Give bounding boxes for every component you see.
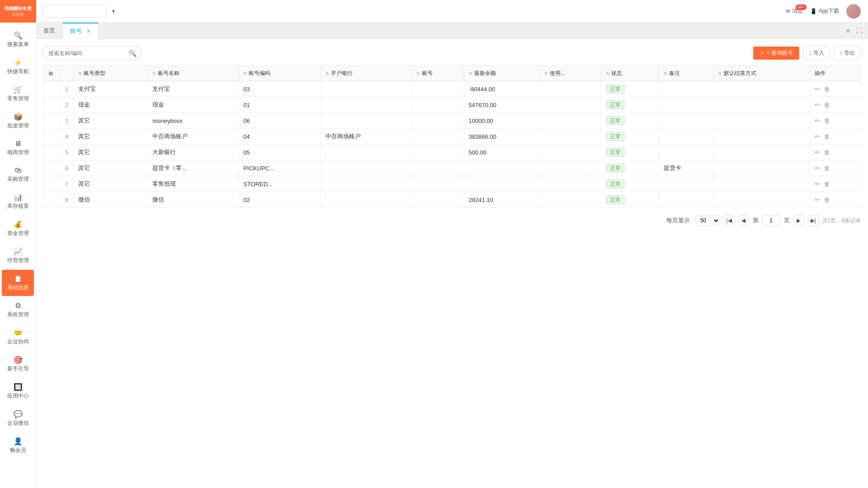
sidebar-item-ecommerce[interactable]: 🖥电商管理 <box>2 135 34 161</box>
tab-actions: ✕ ⛶ <box>840 25 868 36</box>
page-unit: 页 <box>784 216 790 225</box>
sidebar-item-basicinfo[interactable]: 📋基础信息 <box>2 270 34 296</box>
edit-icon[interactable]: ✏ <box>815 196 820 203</box>
cell-balance: 547670.00 <box>464 97 539 113</box>
page-input[interactable] <box>762 215 780 226</box>
delete-icon[interactable]: 🗑 <box>824 196 830 203</box>
status-badge: 正常 <box>606 164 625 173</box>
cell-name: 支付宝 <box>148 81 239 97</box>
th-bank[interactable]: ⇅开户银行 <box>321 66 412 81</box>
sidebar-item-contract[interactable]: 🤝企业协同 <box>2 324 34 350</box>
th-status[interactable]: ⇅状态 <box>601 66 659 81</box>
cell-action: ✏ 🗑 <box>810 97 861 113</box>
th-default[interactable]: ⇅默认结算方式 <box>714 66 810 81</box>
add-icon: ＋ <box>760 49 765 57</box>
topbar-search-input[interactable] <box>43 5 107 18</box>
tab-account[interactable]: 账号 ✕ <box>63 23 99 39</box>
sidebar-item-appcenter[interactable]: 🔲应用中心 <box>2 378 34 404</box>
edit-icon[interactable]: ✏ <box>815 164 820 172</box>
sidebar-item-finance[interactable]: 💰资金管理 <box>2 216 34 242</box>
th-remark[interactable]: ⇅备注 <box>659 66 714 81</box>
tab-close-icon[interactable]: ✕ <box>86 28 91 34</box>
th-name[interactable]: ⇅账号名称 <box>148 66 239 81</box>
cell-name: 提货卡（零... <box>148 160 239 176</box>
avatar[interactable] <box>846 4 861 19</box>
cell-bank <box>321 192 412 208</box>
th-balance[interactable]: ⇅最新余额 <box>464 66 539 81</box>
cell-action: ✏ 🗑 <box>810 176 861 192</box>
delete-icon[interactable]: 🗑 <box>824 85 830 93</box>
search-input[interactable] <box>44 50 125 56</box>
page-first-button[interactable]: |◀ <box>724 215 735 226</box>
page-next-button[interactable]: ▶ <box>793 215 804 226</box>
page-size-select[interactable]: 50 10 20 100 <box>695 216 720 225</box>
cell-balance: 10000.00 <box>464 113 539 129</box>
cell-bank <box>321 113 412 129</box>
tab-close-btn[interactable]: ✕ <box>844 25 853 36</box>
status-badge: 正常 <box>606 179 625 188</box>
wholesale-icon: 📦 <box>14 113 23 121</box>
page-prev-button[interactable]: ◀ <box>738 215 749 226</box>
sidebar-item-wholesale[interactable]: 📦批发管理 <box>2 108 34 134</box>
edit-icon[interactable]: ✏ <box>815 149 820 156</box>
sidebar-item-label: 库存核算 <box>7 202 29 210</box>
search-button[interactable]: 🔍 <box>125 50 140 57</box>
tab-maximize-btn[interactable]: ⛶ <box>854 25 864 36</box>
th-usage[interactable]: ⇅使用... <box>539 66 601 81</box>
edit-icon[interactable]: ✏ <box>815 117 820 124</box>
tab-home[interactable]: 首页 <box>36 23 63 39</box>
delete-icon[interactable]: 🗑 <box>824 149 830 156</box>
edit-icon[interactable]: ✏ <box>815 101 820 108</box>
export-icon: ↑ <box>840 50 842 56</box>
add-account-button[interactable]: ＋ + 新增账号 <box>753 47 799 60</box>
import-icon: ↓ <box>809 50 811 56</box>
export-button[interactable]: ↑ 导出 <box>834 46 861 60</box>
cell-account <box>411 176 464 192</box>
sidebar-item-purchase[interactable]: 🛍采购管理 <box>2 162 34 188</box>
th-config[interactable]: ⚙ <box>44 66 60 81</box>
th-type[interactable]: ⇅账号类型 <box>74 66 148 81</box>
th-account[interactable]: ⇅账号 <box>411 66 464 81</box>
sidebar-item-operations[interactable]: 📈经营管理 <box>2 243 34 269</box>
cell-status: 正常 <box>601 160 659 176</box>
cell-config <box>44 129 60 145</box>
page-total: 共1页，8条记录 <box>822 217 861 225</box>
toolbar-right: ＋ + 新增账号 ↓ 导入 ↑ 导出 <box>753 46 861 60</box>
delete-icon[interactable]: 🗑 <box>824 133 830 140</box>
th-code[interactable]: ⇅账号编码 <box>239 66 321 81</box>
app-download-button[interactable]: 📱 App下载 <box>810 7 839 15</box>
import-button[interactable]: ↓ 导入 <box>803 46 830 60</box>
cell-code: 01 <box>239 97 321 113</box>
table-body: 1 支付宝 支付宝 03 -90444.00 正常 ✏ 🗑 2 现金 现金 01… <box>44 81 861 208</box>
tab-home-label: 首页 <box>43 27 55 35</box>
sidebar-item-bizwechat[interactable]: 💬企业微信 <box>2 405 34 432</box>
cell-usage <box>539 81 601 97</box>
cell-status: 正常 <box>601 192 659 208</box>
topbar-dropdown[interactable]: ▾ <box>112 8 115 14</box>
sidebar-item-retail[interactable]: 🛒零售管理 <box>2 81 34 107</box>
delete-icon[interactable]: 🗑 <box>824 164 830 172</box>
delete-icon[interactable]: 🗑 <box>824 180 830 188</box>
cell-num: 2 <box>60 97 74 113</box>
sidebar-item-system[interactable]: ⚙系统管理 <box>2 297 34 323</box>
sidebar-item-label: 搜索菜单 <box>7 41 29 48</box>
cell-num: 6 <box>60 160 74 176</box>
sidebar-item-quicknav[interactable]: ⚡快捷导航 <box>2 54 34 80</box>
message-button[interactable]: ✉ 消息 99+ <box>786 7 803 15</box>
status-badge: 正常 <box>606 84 625 94</box>
cell-status: 正常 <box>601 113 659 129</box>
th-num <box>60 66 74 81</box>
edit-icon[interactable]: ✏ <box>815 133 820 140</box>
cell-num: 5 <box>60 145 74 160</box>
sidebar-item-newguide[interactable]: 🎯新手引导 <box>2 351 34 377</box>
page-last-button[interactable]: ▶| <box>808 215 819 226</box>
sidebar-item-inventory[interactable]: 📊库存核算 <box>2 188 34 215</box>
edit-icon[interactable]: ✏ <box>815 85 820 93</box>
edit-icon[interactable]: ✏ <box>815 180 820 188</box>
sidebar-item-member[interactable]: 👤畅会员 <box>2 432 34 459</box>
delete-icon[interactable]: 🗑 <box>824 117 830 124</box>
sidebar-item-label: 采购管理 <box>7 175 29 183</box>
delete-icon[interactable]: 🗑 <box>824 101 830 108</box>
sidebar-item-search[interactable]: 🔍搜索菜单 <box>2 27 34 53</box>
content-area: 🔍 ＋ + 新增账号 ↓ 导入 ↑ 导出 ⚙ <box>36 39 868 488</box>
